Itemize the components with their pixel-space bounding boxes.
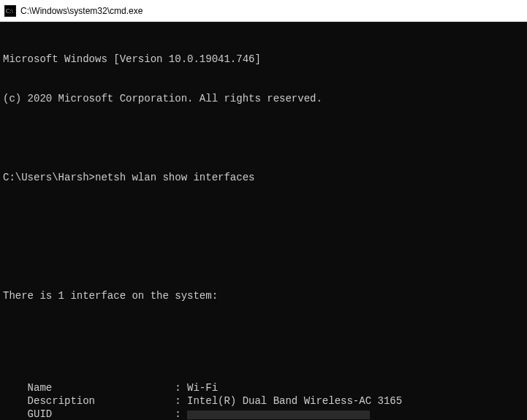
blank-line xyxy=(3,329,524,342)
field-row: GUID: xyxy=(3,408,524,420)
field-value: Wi-Fi xyxy=(187,381,524,394)
console-output[interactable]: Microsoft Windows [Version 10.0.19041.74… xyxy=(0,22,527,420)
field-sep: : xyxy=(175,408,187,420)
field-value: Intel(R) Dual Band Wireless-AC 3165 xyxy=(187,394,524,408)
prompt-cwd: C:\Users\Harsh> xyxy=(3,172,95,183)
prompt-command: netsh wlan show interfaces xyxy=(95,172,254,183)
field-label: Description xyxy=(3,394,175,408)
window-title: C:\Windows\system32\cmd.exe xyxy=(20,6,523,16)
interface-header: There is 1 interface on the system: xyxy=(3,289,524,302)
field-value xyxy=(187,408,524,420)
cmd-window: C:\ C:\Windows\system32\cmd.exe Microsof… xyxy=(0,0,527,420)
field-sep: : xyxy=(175,394,187,408)
field-label: Name xyxy=(3,381,175,394)
blank-line xyxy=(3,131,524,145)
field-row: Description: Intel(R) Dual Band Wireless… xyxy=(3,394,524,408)
blank-line xyxy=(3,210,524,224)
blank-line xyxy=(3,250,524,263)
cmd-icon: C:\ xyxy=(4,5,16,17)
fields-container: Name: Wi-FiDescription: Intel(R) Dual Ba… xyxy=(3,381,524,420)
prompt-line: C:\Users\Harsh>netsh wlan show interface… xyxy=(3,171,524,184)
banner-line-2: (c) 2020 Microsoft Corporation. All righ… xyxy=(3,92,524,105)
banner-line-1: Microsoft Windows [Version 10.0.19041.74… xyxy=(3,53,524,66)
field-label: GUID xyxy=(3,408,175,420)
field-row: Name: Wi-Fi xyxy=(3,381,524,394)
redacted-block xyxy=(187,411,370,419)
titlebar[interactable]: C:\ C:\Windows\system32\cmd.exe xyxy=(0,0,527,22)
svg-text:C:\: C:\ xyxy=(6,8,14,15)
field-sep: : xyxy=(175,381,187,394)
